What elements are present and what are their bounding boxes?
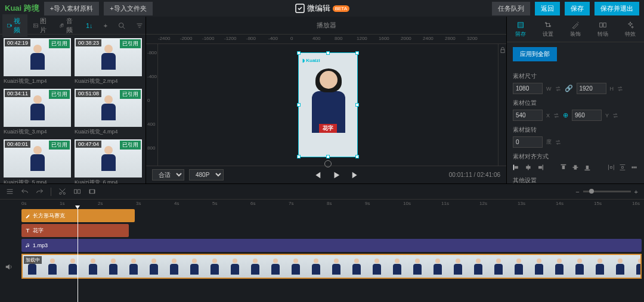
dist-h-icon[interactable] [608, 163, 615, 172]
svg-rect-11 [515, 166, 518, 169]
svg-rect-27 [75, 189, 77, 194]
link-icon[interactable]: 🔗 [565, 85, 573, 92]
brand: 微编辑BETA [295, 3, 349, 14]
file-name: Kuaizi视觉_3.mp4 [4, 128, 71, 136]
svg-rect-19 [574, 166, 577, 170]
prop-tab-3[interactable]: 转场 [589, 17, 617, 42]
svg-rect-21 [586, 166, 589, 169]
timeline-ruler[interactable]: 0s1s2s3s4s5s6s7s8s9s10s11s12s13s14s15s16… [0, 200, 644, 209]
svg-rect-9 [603, 23, 606, 27]
video-frame[interactable]: ◗ Kuaizi 花字 [298, 52, 358, 157]
align-top-icon[interactable] [560, 163, 567, 172]
prop-tab-0[interactable]: 留存 [507, 17, 534, 42]
prop-tab-2[interactable]: 装饰 [562, 17, 589, 42]
play-button[interactable] [332, 171, 340, 179]
split-icon[interactable] [73, 188, 81, 195]
swap-icon-5[interactable] [555, 139, 561, 145]
media-clip[interactable]: 00:40:01已引用Kuaizi视觉_5.mp4 [4, 139, 71, 183]
preview-panel: 播放器 -2400-2000-1600-1200-800-40004008001… [146, 17, 507, 183]
menu-icon[interactable] [6, 188, 14, 195]
zoom-out-button[interactable]: − [575, 188, 579, 195]
x-input[interactable] [513, 110, 543, 121]
height-input[interactable] [577, 83, 606, 94]
handle-br[interactable] [355, 155, 359, 158]
center-icon[interactable]: ⊕ [563, 111, 568, 119]
svg-rect-17 [562, 166, 565, 169]
add-button[interactable]: + [99, 20, 112, 32]
playhead[interactable] [78, 209, 78, 302]
dist-3-icon[interactable] [631, 163, 638, 172]
ptab-icon [516, 21, 525, 29]
handle-ml[interactable] [297, 103, 301, 107]
prop-tab-1[interactable]: 设置 [534, 17, 562, 42]
media-panel: 视频 图片 音频 1↓ + 00:42:19已引用Kuaizi视觉_1.mp40… [0, 17, 146, 183]
prev-button[interactable] [313, 171, 321, 179]
zoom-in-button[interactable]: + [634, 188, 638, 195]
align-hcenter-icon[interactable] [525, 163, 532, 172]
handle-mr[interactable] [355, 103, 359, 107]
ptab-icon [544, 21, 552, 29]
media-clip[interactable]: 00:47:04已引用Kuaizi视觉_6.mp4 [75, 139, 142, 183]
import-folder-button[interactable]: +导入文件夹 [104, 2, 152, 15]
apply-all-button[interactable]: 应用到全部 [513, 47, 557, 61]
media-clip[interactable]: 00:51:08已引用Kuaizi视觉_4.mp4 [75, 89, 142, 136]
save-button[interactable]: 保存 [565, 2, 590, 15]
y-input[interactable] [572, 110, 602, 121]
svg-rect-5 [501, 49, 504, 52]
queue-button[interactable]: 任务队列 [492, 2, 530, 15]
canvas[interactable]: ◗ Kuaizi 花字 [158, 44, 498, 166]
import-material-button[interactable]: +导入素材原料 [44, 2, 99, 15]
align-bottom-icon[interactable] [584, 163, 591, 172]
align-right-icon[interactable] [537, 163, 544, 172]
handle-tl[interactable] [297, 51, 301, 55]
save-exit-button[interactable]: 保存并退出 [595, 2, 639, 15]
trim-icon[interactable] [88, 188, 96, 195]
width-input[interactable] [513, 83, 543, 94]
size-label: 素材尺寸 [513, 72, 638, 80]
media-clip[interactable]: 00:38:23已引用Kuaizi视觉_2.mp4 [75, 38, 142, 85]
filter-button[interactable] [131, 20, 148, 32]
align-label: 素材对齐方式 [513, 152, 638, 161]
swap-icon-4[interactable] [612, 113, 618, 119]
handle-tr[interactable] [355, 51, 359, 55]
sort-button[interactable]: 1↓ [81, 20, 98, 32]
resolution-select[interactable]: 480P [189, 169, 224, 180]
rotation-input[interactable] [513, 136, 543, 148]
handle-bm[interactable] [326, 155, 330, 158]
dist-v-icon[interactable] [619, 163, 626, 172]
loading-badge: 加载中 [24, 256, 42, 264]
next-button[interactable] [351, 171, 360, 179]
mask-segment[interactable]: 长方形马赛克 [21, 209, 135, 222]
speaker-icon[interactable] [5, 263, 13, 272]
svg-rect-22 [632, 167, 633, 169]
swap-icon-3[interactable] [553, 113, 559, 119]
align-left-icon[interactable] [513, 163, 520, 172]
rotate-handle[interactable] [324, 160, 332, 167]
swap-icon-2[interactable] [617, 86, 623, 92]
cut-icon[interactable] [58, 188, 66, 195]
rot-label: 素材旋转 [513, 126, 638, 134]
prop-tab-4[interactable]: 特效 [617, 17, 644, 42]
search-button[interactable] [113, 20, 130, 32]
media-clip[interactable]: 00:34:11已引用Kuaizi视觉_3.mp4 [4, 89, 71, 136]
handle-tm[interactable] [326, 51, 330, 55]
swap-icon[interactable] [555, 86, 561, 92]
tab-video[interactable]: 视频 [2, 14, 27, 37]
undo-icon[interactable] [21, 188, 29, 195]
align-vcenter-icon[interactable] [572, 163, 579, 172]
lock-icon[interactable] [499, 46, 506, 54]
handle-bl[interactable] [297, 155, 301, 158]
timeline: − + 0s1s2s3s4s5s6s7s8s9s10s11s12s13s14s1… [0, 183, 644, 302]
media-clip[interactable]: 00:42:19已引用Kuaizi视觉_1.mp4 [4, 38, 71, 85]
fit-select[interactable]: 合适 [152, 169, 184, 180]
tab-audio[interactable]: 音频 [55, 14, 80, 37]
video-track[interactable]: 加载中 [21, 254, 644, 279]
zoom-slider[interactable] [583, 191, 631, 192]
ptab-icon [626, 21, 634, 29]
text-segment[interactable]: 花字 [21, 224, 129, 237]
ptab-icon [571, 21, 580, 29]
tab-image[interactable]: 图片 [29, 14, 54, 37]
redo-icon[interactable] [36, 188, 44, 195]
back-button[interactable]: 返回 [535, 2, 560, 15]
audio-segment[interactable]: 1.mp3 [21, 239, 642, 252]
